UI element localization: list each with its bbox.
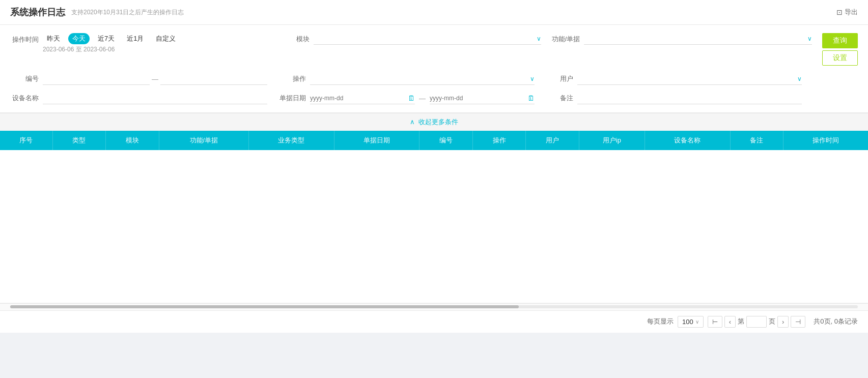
date-range: 🗓 — 🗓	[310, 93, 535, 104]
page-title: 系统操作日志	[10, 6, 65, 18]
settings-button[interactable]: 设置	[822, 50, 858, 66]
operation-chevron-icon: ∨	[530, 75, 535, 82]
col-header-6: 编号	[419, 131, 472, 150]
time-filter: 操作时间 昨天 今天 近7天 近1月 自定义 2023-06-06 至 2023…	[10, 33, 281, 54]
page-label: 第	[738, 317, 744, 326]
first-page-button[interactable]: ⊢	[708, 316, 722, 328]
doc-date-label: 单据日期	[277, 94, 306, 103]
col-header-0: 序号	[0, 131, 52, 150]
page-subtitle: 支持2020年10月31日之后产生的操作日志	[71, 8, 184, 17]
function-select[interactable]: ∨	[584, 33, 812, 45]
export-label: 导出	[845, 8, 858, 17]
collapse-bar[interactable]: ∧ 收起更多条件	[0, 113, 868, 131]
export-button[interactable]: ⊡ 导出	[836, 8, 858, 17]
empty-area	[0, 150, 868, 303]
time-option-7days[interactable]: 近7天	[94, 33, 119, 44]
export-icon: ⊡	[836, 8, 843, 16]
number-to-input[interactable]	[160, 73, 267, 85]
scrollbar-area	[0, 303, 868, 310]
number-range: —	[43, 73, 267, 85]
per-page-select[interactable]: 100 ∨	[678, 316, 704, 328]
module-filter: 模块 ∨	[281, 33, 552, 45]
number-from-input[interactable]	[43, 73, 150, 85]
header-left: 系统操作日志 支持2020年10月31日之后产生的操作日志	[10, 6, 184, 18]
per-page-value: 100	[682, 318, 693, 326]
per-page-chevron-icon: ∨	[695, 319, 699, 325]
col-header-5: 单据日期	[334, 131, 419, 150]
col-header-10: 设备名称	[645, 131, 730, 150]
remark-label: 备注	[545, 94, 573, 103]
function-label: 功能/单据	[551, 35, 580, 44]
time-option-yesterday[interactable]: 昨天	[43, 33, 64, 44]
scrollbar-thumb	[10, 305, 519, 308]
prev-page-button[interactable]: ‹	[724, 316, 736, 328]
action-buttons: 查询 设置	[822, 33, 858, 66]
function-filter: 功能/单据 ∨	[551, 33, 812, 45]
number-filter: 编号 —	[10, 73, 277, 85]
per-page-label: 每页显示	[647, 317, 674, 326]
data-table: 序号类型模块功能/单据业务类型单据日期编号操作用户用户ip设备名称备注操作时间	[0, 131, 868, 303]
collapse-label: 收起更多条件	[418, 118, 458, 126]
col-header-7: 操作	[472, 131, 525, 150]
time-option-custom[interactable]: 自定义	[152, 33, 180, 44]
scrollbar-track[interactable]	[10, 305, 858, 308]
col-header-1: 类型	[52, 131, 105, 150]
date-from-input[interactable]	[310, 93, 406, 104]
operation-select[interactable]: ∨	[310, 73, 535, 85]
user-chevron-icon: ∨	[797, 75, 802, 82]
last-page-button[interactable]: ⊣	[791, 316, 805, 328]
device-input[interactable]	[43, 92, 267, 104]
page-unit: 页	[769, 317, 775, 326]
col-header-8: 用户	[526, 131, 579, 150]
pagination: 每页显示 100 ∨ ⊢ ‹ 第 1 页 › ⊣ 共0页, 0条记录	[0, 310, 868, 333]
remark-input[interactable]	[577, 92, 802, 104]
date-to-input[interactable]	[430, 93, 525, 104]
time-options: 昨天 今天 近7天 近1月 自定义 2023-06-06 至 2023-06-0…	[43, 33, 180, 54]
module-select[interactable]: ∨	[314, 33, 542, 45]
page-nav: ⊢ ‹ 第 1 页 › ⊣	[708, 316, 806, 328]
col-header-12: 操作时间	[783, 131, 868, 150]
col-header-2: 模块	[106, 131, 159, 150]
module-chevron-icon: ∨	[537, 35, 541, 42]
operation-filter: 操作 ∨	[277, 73, 545, 85]
device-label: 设备名称	[10, 94, 39, 103]
operation-label: 操作	[277, 74, 306, 83]
module-label: 模块	[281, 35, 310, 44]
table-container: 序号类型模块功能/单据业务类型单据日期编号操作用户用户ip设备名称备注操作时间	[0, 131, 868, 303]
query-button[interactable]: 查询	[822, 33, 858, 48]
calendar-from-icon[interactable]: 🗓	[408, 94, 415, 102]
time-label: 操作时间	[10, 33, 39, 44]
number-label: 编号	[10, 74, 39, 83]
collapse-icon: ∧	[410, 118, 415, 126]
col-header-9: 用户ip	[579, 131, 645, 150]
col-header-4: 业务类型	[249, 131, 334, 150]
user-label: 用户	[545, 74, 573, 83]
time-options-row: 昨天 今天 近7天 近1月 自定义	[43, 33, 180, 44]
user-select[interactable]: ∨	[577, 73, 802, 85]
time-option-1month[interactable]: 近1月	[123, 33, 148, 44]
page-number-input[interactable]: 1	[746, 316, 767, 328]
next-page-button[interactable]: ›	[777, 316, 789, 328]
device-filter: 设备名称	[10, 92, 277, 104]
col-header-11: 备注	[730, 131, 783, 150]
page-header: 系统操作日志 支持2020年10月31日之后产生的操作日志 ⊡ 导出	[0, 0, 868, 25]
number-dash: —	[152, 75, 158, 83]
doc-date-filter: 单据日期 🗓 — 🗓	[277, 93, 545, 104]
date-to-wrap: 🗓	[430, 93, 535, 104]
time-option-today[interactable]: 今天	[68, 33, 90, 44]
filter-panel: 操作时间 昨天 今天 近7天 近1月 自定义 2023-06-06 至 2023…	[0, 25, 868, 113]
calendar-to-icon[interactable]: 🗓	[527, 94, 535, 102]
time-range-display: 2023-06-06 至 2023-06-06	[43, 45, 180, 54]
table-header-row: 序号类型模块功能/单据业务类型单据日期编号操作用户用户ip设备名称备注操作时间	[0, 131, 868, 150]
date-from-wrap: 🗓	[310, 93, 415, 104]
remark-filter: 备注	[545, 92, 802, 104]
col-header-3: 功能/单据	[159, 131, 248, 150]
total-info: 共0页, 0条记录	[814, 317, 858, 326]
function-chevron-icon: ∨	[807, 35, 812, 42]
date-dash: —	[417, 95, 428, 102]
user-filter: 用户 ∨	[545, 73, 802, 85]
